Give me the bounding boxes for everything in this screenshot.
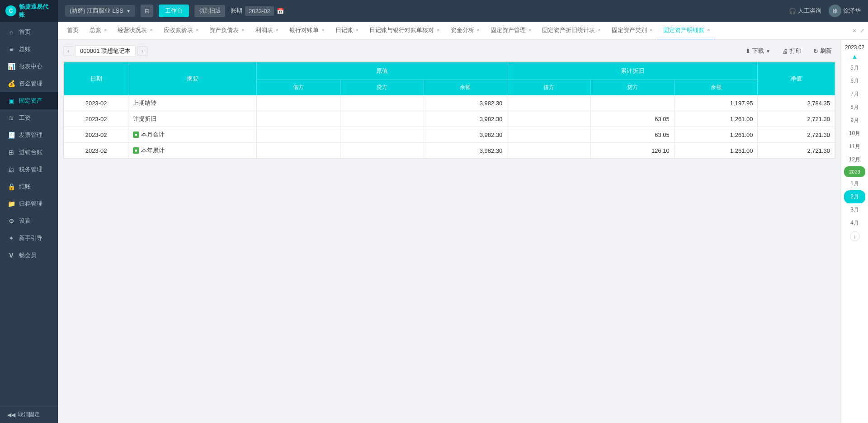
tab-balance[interactable]: 资产负债表 × — [204, 22, 250, 40]
sidebar-item-home[interactable]: ⌂ 首页 — [0, 24, 58, 41]
tab-home[interactable]: 首页 — [61, 22, 84, 40]
cell-acc-credit: 63.05 — [591, 111, 675, 127]
col-summary: 摘要 — [128, 62, 257, 95]
sidebar-item-label: 工资 — [19, 114, 31, 122]
breadcrumb-prev-button[interactable]: ‹ — [63, 46, 73, 56]
col-accumulated-depreciation: 累计折旧 — [507, 62, 758, 80]
download-button[interactable]: ⬇ 下载 ▼ — [742, 45, 774, 57]
sidebar-pin-toggle[interactable]: ◀◀ 取消固定 — [0, 406, 58, 423]
sidebar-item-label: 进销台账 — [19, 148, 42, 156]
tab-profit[interactable]: 利润表 × — [250, 22, 284, 40]
avatar: 徐 — [829, 5, 841, 17]
tab-fixed-depreciation[interactable]: 固定资产折旧统计表 × — [537, 22, 606, 40]
reports-icon: 📊 — [7, 63, 15, 70]
tab-fixed-mgmt[interactable]: 固定资产管理 × — [485, 22, 537, 40]
tab-close-icon[interactable]: × — [196, 28, 198, 33]
sidebar-item-tax[interactable]: 🗂 税务管理 — [0, 161, 58, 178]
breadcrumb-bar: ‹ 000001 联想笔记本 › ⬇ 下载 ▼ 🖨 打印 — [63, 45, 835, 57]
tab-close-icon[interactable]: × — [356, 28, 359, 33]
breadcrumb-next-button[interactable]: › — [137, 46, 147, 56]
copy-icon[interactable]: ⊟ — [141, 5, 153, 17]
timeline-month-5[interactable]: 5月 — [841, 61, 868, 75]
main-content: (劝磨) 江西服业-LSS ▼ ⊟ 工作台 切到旧版 账期 2023-02 📅 … — [58, 0, 868, 423]
dropdown-icon: ▼ — [766, 49, 770, 54]
tab-bank[interactable]: 银行对账单 × — [284, 22, 330, 40]
sidebar-item-archive[interactable]: 📁 归档管理 — [0, 195, 58, 212]
cell-summary: 上期结转 — [128, 95, 257, 111]
human-service-button[interactable]: 🎧 人工咨询 — [789, 7, 821, 15]
company-selector[interactable]: (劝磨) 江西服业-LSS ▼ — [65, 5, 135, 17]
tab-management[interactable]: 经营状况表 × — [112, 22, 158, 40]
sidebar-item-label: 归档管理 — [19, 200, 42, 208]
fullscreen-icon[interactable]: ⤢ — [860, 28, 864, 34]
user-profile[interactable]: 徐 徐泽华 — [829, 5, 861, 17]
close-all-icon[interactable]: × — [853, 27, 856, 34]
timeline-down-button[interactable]: ↓ — [850, 231, 860, 241]
switch-version-button[interactable]: 切到旧版 — [194, 5, 225, 17]
sidebar-item-ledger[interactable]: ≡ 总账 — [0, 41, 58, 58]
timeline-month-9[interactable]: 9月 — [841, 114, 868, 127]
sidebar-item-invoice[interactable]: 🧾 发票管理 — [0, 127, 58, 144]
timeline-up-button[interactable]: ▲ — [852, 53, 858, 60]
sidebar-item-closing[interactable]: 🔒 结账 — [0, 178, 58, 195]
tab-bar: 首页 总账 × 经营状况表 × 应收账龄表 × 资产负债表 × 利润表 × 银行… — [58, 22, 868, 40]
sidebar-item-label: 税务管理 — [19, 165, 42, 174]
tab-close-icon[interactable]: × — [104, 28, 107, 33]
sidebar-item-settings[interactable]: ⚙ 设置 — [0, 212, 58, 230]
tab-label: 日记账 — [335, 26, 353, 34]
summary-text: 计提折旧 — [133, 115, 156, 122]
sidebar-item-funds[interactable]: 💰 资金管理 — [0, 75, 58, 92]
tab-close-icon[interactable]: × — [150, 28, 152, 33]
tab-close-icon[interactable]: × — [598, 28, 600, 33]
tab-close-icon[interactable]: × — [477, 28, 480, 33]
sidebar-item-fixed[interactable]: ▣ 固定资产 — [0, 92, 58, 109]
tab-fixed-detail[interactable]: 固定资产明细账 × — [658, 22, 715, 40]
cell-acc-debit — [507, 127, 591, 143]
timeline-month-3[interactable]: 3月 — [841, 203, 868, 216]
timeline-month-2[interactable]: 2月 — [844, 190, 865, 203]
sidebar-item-guide[interactable]: ✦ 新手引导 — [0, 230, 58, 247]
tab-close-icon[interactable]: × — [528, 28, 531, 33]
sidebar-item-reports[interactable]: 📊 报表中心 — [0, 58, 58, 75]
timeline-month-4[interactable]: 4月 — [841, 216, 868, 230]
workbench-button[interactable]: 工作台 — [159, 5, 189, 17]
calendar-icon[interactable]: 📅 — [277, 8, 284, 14]
tab-close-icon[interactable]: × — [241, 28, 244, 33]
cell-date: 2023-02 — [64, 95, 128, 111]
cell-orig-credit — [340, 127, 424, 143]
timeline-month-8[interactable]: 8月 — [841, 101, 868, 114]
tab-close-icon[interactable]: × — [707, 28, 710, 33]
sidebar-item-label: 设置 — [19, 217, 31, 225]
cell-date: 2023-02 — [64, 127, 128, 143]
tab-label: 固定资产管理 — [491, 26, 526, 34]
tab-fund[interactable]: 资金分析 × — [445, 22, 485, 40]
chevron-down-icon: ▼ — [126, 9, 131, 14]
tab-close-icon[interactable]: × — [650, 28, 652, 33]
cell-summary: ■本月合计 — [128, 127, 257, 143]
period-display: 账期 2023-02 📅 — [231, 6, 284, 16]
print-button[interactable]: 🖨 打印 — [778, 45, 805, 57]
refresh-button[interactable]: ↻ 刷新 — [810, 45, 835, 57]
timeline-month-10[interactable]: 10月 — [841, 127, 868, 140]
timeline-month-6[interactable]: 6月 — [841, 75, 868, 88]
sidebar-item-label: 畅会员 — [19, 251, 37, 259]
timeline-month-12[interactable]: 12月 — [841, 153, 868, 166]
tab-receivable[interactable]: 应收账龄表 × — [158, 22, 204, 40]
cell-orig-balance: 3,982.30 — [424, 111, 507, 127]
timeline-month-7[interactable]: 7月 — [841, 88, 868, 101]
tab-close-icon[interactable]: × — [437, 28, 439, 33]
timeline-nav-up: ▲ — [852, 52, 858, 61]
sidebar-item-member[interactable]: V 畅会员 — [0, 247, 58, 264]
tab-close-icon[interactable]: × — [321, 28, 324, 33]
funds-icon: 💰 — [7, 80, 15, 87]
timeline-month-1[interactable]: 1月 — [841, 177, 868, 190]
sidebar-item-salary[interactable]: ≋ 工资 — [0, 109, 58, 127]
tab-ledger[interactable]: 总账 × — [84, 22, 112, 40]
timeline-month-11[interactable]: 11月 — [841, 140, 868, 153]
tab-journal[interactable]: 日记账 × — [330, 22, 364, 40]
tab-journal-bank[interactable]: 日记账与银行对账单核对 × — [364, 22, 445, 40]
tab-fixed-category[interactable]: 固定资产类别 × — [606, 22, 658, 40]
tab-close-icon[interactable]: × — [276, 28, 278, 33]
sidebar-item-sales[interactable]: ⊞ 进销台账 — [0, 144, 58, 161]
sales-icon: ⊞ — [7, 149, 15, 156]
